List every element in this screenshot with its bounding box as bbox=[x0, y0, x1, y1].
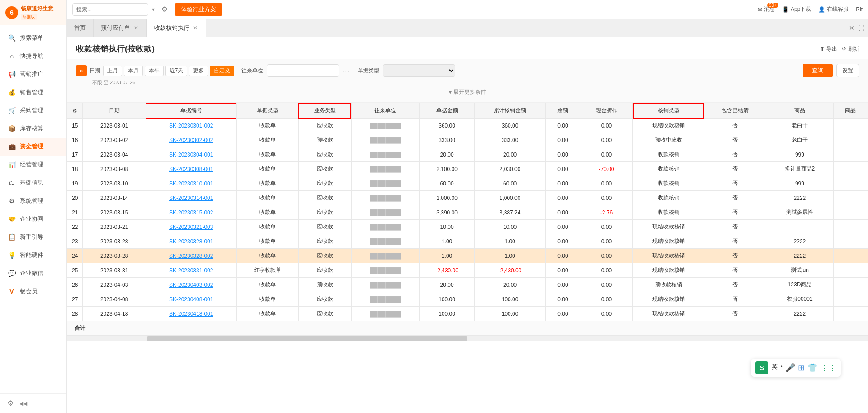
cell-goods: 2222 bbox=[766, 191, 834, 205]
cell-amount: 100.00 bbox=[420, 307, 474, 321]
cell-goods2 bbox=[833, 220, 868, 234]
date-btn-more[interactable]: 更多 bbox=[189, 66, 208, 76]
bill-no-link[interactable]: SK-20230331-002 bbox=[169, 267, 213, 274]
expand-conditions-btn[interactable]: ▾ 展开更多条件 bbox=[449, 88, 486, 96]
cell-amount: 1,000.00 bbox=[420, 191, 474, 205]
bill-type-select[interactable] bbox=[383, 64, 455, 77]
export-btn[interactable]: ⬆ 导出 bbox=[820, 45, 837, 53]
query-btn[interactable]: 查询 bbox=[803, 64, 833, 77]
tab-collection-close[interactable]: ✕ bbox=[192, 25, 198, 31]
bill-no-link[interactable]: SK-20230408-001 bbox=[169, 296, 213, 303]
cell-include-settled: 否 bbox=[704, 191, 766, 205]
cell-bill-type: 收款单 bbox=[236, 119, 298, 133]
topbar-gear-icon[interactable]: ⚙ bbox=[158, 3, 171, 16]
table-row: 28 2023-04-18 SK-20230418-001 收款单 应收款 ██… bbox=[67, 307, 868, 321]
table-row: 27 2023-04-08 SK-20230408-001 收款单 应收款 ██… bbox=[67, 292, 868, 307]
close-icon[interactable]: ✕ bbox=[192, 25, 198, 31]
cell-bill-no: SK-20230408-001 bbox=[146, 292, 236, 307]
tabbar-actions: ✕ ⛶ bbox=[849, 24, 868, 32]
tab-home[interactable]: 首页 bbox=[67, 19, 94, 37]
sidebar-item-vip[interactable]: V 畅会员 bbox=[0, 282, 66, 300]
bill-no-link[interactable]: SK-20230328-002 bbox=[169, 253, 213, 259]
bill-no-link[interactable]: SK-20230302-002 bbox=[169, 137, 213, 143]
bill-no-link[interactable]: SK-20230308-001 bbox=[169, 166, 213, 172]
sidebar-item-hardware[interactable]: 💡 智能硬件 bbox=[0, 246, 66, 264]
table-row: 24 2023-03-28 SK-20230328-002 收款单 应收款 ██… bbox=[67, 249, 868, 263]
industry-btn[interactable]: 体验行业方案 bbox=[175, 3, 222, 16]
filter-settings-btn[interactable]: 设置 bbox=[836, 64, 859, 77]
col-header-gear[interactable]: ⚙ bbox=[67, 103, 83, 119]
cell-include-settled: 否 bbox=[704, 263, 766, 278]
date-btn-this-year[interactable]: 本年 bbox=[145, 66, 164, 76]
page-actions: ⬆ 导出 ↺ 刷新 bbox=[820, 45, 859, 53]
sidebar-item-guide[interactable]: 📋 新手引导 bbox=[0, 228, 66, 246]
topbar-search[interactable] bbox=[72, 3, 148, 16]
messages-badge: 99+ bbox=[767, 3, 778, 8]
sidebar-item-enterprise[interactable]: 🤝 企业协同 bbox=[0, 210, 66, 228]
tab-collection[interactable]: 收款核销执行 ✕ bbox=[147, 19, 206, 37]
partner-input[interactable] bbox=[267, 64, 339, 77]
sidebar-label-finance: 资金管理 bbox=[20, 142, 43, 151]
cell-goods2 bbox=[833, 133, 868, 147]
tab-close-all-icon[interactable]: ✕ bbox=[849, 24, 854, 32]
date-btn-this-month[interactable]: 本月 bbox=[124, 66, 143, 76]
sidebar-item-quick[interactable]: ⌂ 快捷导航 bbox=[0, 47, 66, 65]
user-name-display[interactable]: Rit bbox=[856, 6, 863, 13]
date-range-display: 不限 至 2023-07-26 bbox=[76, 79, 859, 86]
cell-include-settled: 否 bbox=[704, 307, 766, 321]
tab-prepay[interactable]: 预付应付单 ✕ bbox=[94, 19, 147, 37]
filter-expand-icon[interactable]: » bbox=[76, 65, 87, 76]
bill-no-link[interactable]: SK-20230314-001 bbox=[169, 195, 213, 201]
cell-biz-type: 预收款 bbox=[298, 278, 351, 292]
date-btn-7days[interactable]: 近7天 bbox=[165, 66, 188, 76]
settings-icon[interactable]: ⚙ bbox=[7, 399, 14, 408]
bill-no-link[interactable]: SK-20230301-002 bbox=[169, 123, 213, 129]
cell-no: 26 bbox=[67, 278, 83, 292]
service-icon: 👤 bbox=[818, 6, 825, 13]
bill-no-link[interactable]: SK-20230304-001 bbox=[169, 152, 213, 158]
cell-biz-type: 应收款 bbox=[298, 119, 351, 133]
page-content: 收款核销执行(按收款) ⬆ 导出 ↺ 刷新 » 日期 上月 bbox=[67, 37, 868, 413]
cell-date: 2023-04-18 bbox=[83, 307, 146, 321]
sidebar-item-operations[interactable]: 📊 经营管理 bbox=[0, 156, 66, 174]
sidebar-item-wechat[interactable]: 💬 企业微信 bbox=[0, 264, 66, 282]
sidebar-item-system[interactable]: ⚙ 系统管理 bbox=[0, 192, 66, 210]
bill-no-link[interactable]: SK-20230328-001 bbox=[169, 238, 213, 245]
horizontal-scrollbar[interactable] bbox=[67, 336, 868, 341]
cell-total-cancel: 20.00 bbox=[474, 147, 546, 162]
cell-biz-type: 应收款 bbox=[298, 176, 351, 191]
cell-bill-no: SK-20230331-002 bbox=[146, 263, 236, 278]
bill-no-link[interactable]: SK-20230418-001 bbox=[169, 311, 213, 317]
cell-goods2 bbox=[833, 278, 868, 292]
cell-date: 2023-03-10 bbox=[83, 176, 146, 191]
bill-no-link[interactable]: SK-20230310-001 bbox=[169, 180, 213, 187]
bill-no-link[interactable]: SK-20230315-002 bbox=[169, 209, 213, 216]
sidebar-item-search[interactable]: 🔍 搜索菜单 bbox=[0, 29, 66, 47]
cell-date: 2023-03-04 bbox=[83, 147, 146, 162]
cell-partner: ████████ bbox=[351, 220, 420, 234]
sidebar-item-basic[interactable]: 🗂 基础信息 bbox=[0, 174, 66, 192]
sidebar-item-finance[interactable]: 💼 资金管理 bbox=[0, 138, 66, 156]
messages-btn[interactable]: ✉ 消息 99+ bbox=[758, 5, 775, 13]
topbar-dropdown-arrow[interactable]: ▾ bbox=[152, 6, 155, 13]
sidebar-item-purchase[interactable]: 🛒 采购管理 bbox=[0, 101, 66, 119]
close-icon[interactable]: ✕ bbox=[133, 25, 139, 31]
sidebar-item-sales[interactable]: 💰 销售管理 bbox=[0, 83, 66, 101]
app-download-btn[interactable]: 📱 App下载 bbox=[782, 5, 811, 13]
sidebar-item-inventory[interactable]: 📦 库存核算 bbox=[0, 119, 66, 138]
sidebar-item-marketing[interactable]: 📢 营销推广 bbox=[0, 65, 66, 83]
cell-include-settled: 否 bbox=[704, 249, 766, 263]
bill-type-filter-label: 单据类型 bbox=[358, 67, 379, 75]
col-header-bill-type: 单据类型 bbox=[236, 103, 298, 119]
bill-no-link[interactable]: SK-20230403-002 bbox=[169, 282, 213, 288]
tab-maximize-icon[interactable]: ⛶ bbox=[858, 24, 864, 32]
date-btn-last-month[interactable]: 上月 bbox=[103, 66, 122, 76]
bill-no-link[interactable]: SK-20230321-003 bbox=[169, 224, 213, 230]
col-header-goods2: 商品 bbox=[833, 103, 868, 119]
date-btn-custom[interactable]: 自定义 bbox=[210, 66, 234, 76]
sidebar-label-operations: 经营管理 bbox=[20, 161, 43, 169]
collapse-icon[interactable]: ◀◀ bbox=[19, 400, 27, 407]
tab-prepay-close[interactable]: ✕ bbox=[133, 25, 139, 31]
refresh-btn[interactable]: ↺ 刷新 bbox=[842, 45, 859, 53]
online-service-btn[interactable]: 👤 在线客服 bbox=[818, 5, 849, 13]
